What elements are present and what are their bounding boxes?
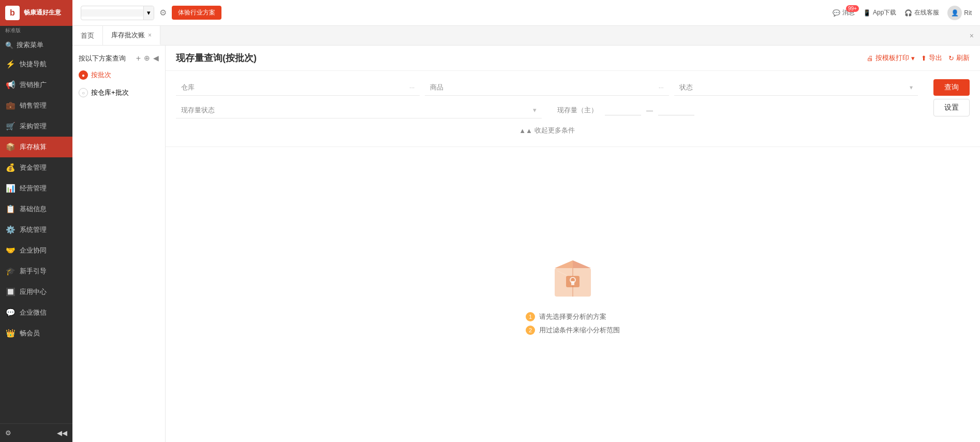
empty-svg [542, 250, 604, 302]
topbar-search-input[interactable] [81, 9, 143, 17]
header-actions: 🖨 按模板打印 ▾ ⬆ 导出 ↻ 刷新 [867, 53, 970, 63]
plan-inactive-icon: ○ [79, 88, 88, 97]
right-panel: 现存量查询(按批次) 🖨 按模板打印 ▾ ⬆ 导出 ↻ 刷新 [166, 46, 980, 442]
messages-badge: 99+ [846, 5, 859, 12]
message-icon: 💬 [833, 9, 840, 17]
tab-inventory-batch[interactable]: 库存批次账 × [103, 26, 160, 45]
settings-icon[interactable]: ⚙ [5, 429, 11, 437]
svg-marker-2 [573, 260, 591, 268]
product-dots-btn[interactable]: ··· [659, 84, 664, 91]
sidebar-nav: ⚡ 快捷导航 📢 营销推广 💼 销售管理 🛒 采购管理 📦 库存核算 💰 资金管… [0, 54, 72, 423]
status-label: 状态 [679, 83, 693, 92]
empty-steps: 1 请先选择要分析的方案 2 用过滤条件来缩小分析范围 [526, 312, 620, 339]
query-btn-wrapper: 查询 设置 [923, 71, 980, 125]
empty-step-2: 2 用过滤条件来缩小分析范围 [526, 326, 620, 335]
topbar-gear-icon[interactable]: ⚙ [159, 8, 167, 18]
warehouse-dots-btn[interactable]: ··· [409, 84, 414, 91]
inventory-status-arrow[interactable]: ▾ [533, 106, 537, 114]
printer-icon: 🖨 [867, 54, 873, 62]
system-icon: ⚙️ [5, 225, 16, 235]
plan-item-by-batch[interactable]: ● 按批次 [72, 66, 165, 84]
tab-home[interactable]: 首页 [72, 26, 103, 45]
add-plan-btn[interactable]: + [136, 54, 141, 63]
sidebar-item-basic[interactable]: 📋 基础信息 [0, 199, 72, 219]
export-icon: ⬆ [921, 54, 927, 62]
template-print-btn[interactable]: 🖨 按模板打印 ▾ [867, 53, 915, 63]
member-icon: 👑 [5, 328, 16, 338]
newuser-icon: 🎓 [5, 266, 16, 276]
sidebar-item-appstore[interactable]: 🔲 应用中心 [0, 282, 72, 302]
sidebar-item-sales[interactable]: 💼 销售管理 [0, 95, 72, 116]
topbar-search-box: ▾ [81, 6, 154, 20]
export-btn[interactable]: ⬆ 导出 [921, 53, 942, 63]
svg-rect-6 [571, 281, 574, 285]
empty-illustration [542, 250, 604, 302]
step2-num: 2 [526, 326, 535, 335]
warehouse-field: 仓库 ··· [176, 79, 420, 96]
sidebar-item-enterprise[interactable]: 🤝 企业协同 [0, 240, 72, 261]
tab-close-btn[interactable]: × [148, 32, 152, 39]
sidebar-item-operations[interactable]: 📊 经营管理 [0, 178, 72, 199]
avatar-icon: 👤 [951, 9, 959, 17]
inventory-icon: 📦 [5, 142, 16, 152]
topbar-left: ▾ ⚙ 体验行业方案 [81, 6, 827, 20]
collapse-left-btn[interactable]: ◀ [153, 54, 159, 63]
collapse-icon: ▲▲ [519, 127, 532, 135]
quantity-max-input[interactable] [658, 105, 694, 115]
plan-actions: + ⊕ ◀ [136, 54, 159, 63]
product-field: 商品 ··· [425, 79, 669, 96]
sidebar-item-system[interactable]: ⚙️ 系统管理 [0, 219, 72, 240]
search-icon: 🔍 [5, 41, 13, 49]
step1-num: 1 [526, 312, 535, 321]
status-dropdown-icon[interactable]: ▾ [910, 84, 913, 91]
finance-icon: 💰 [5, 163, 16, 173]
app-download-action[interactable]: 📱 App下载 [863, 8, 896, 17]
sidebar-item-member[interactable]: 👑 畅会员 [0, 323, 72, 344]
purchase-icon: 🛒 [5, 121, 16, 131]
sidebar-item-shortcut[interactable]: ⚡ 快捷导航 [0, 54, 72, 75]
marketing-icon: 📢 [5, 80, 16, 90]
sidebar-search[interactable]: 🔍 搜索菜单 [0, 36, 72, 54]
online-service-action[interactable]: 🎧 在线客服 [904, 8, 939, 17]
left-panel-header: 按以下方案查询 + ⊕ ◀ [72, 51, 165, 66]
left-panel: 按以下方案查询 + ⊕ ◀ ● 按批次 ○ 按仓库+批次 [72, 46, 166, 442]
plan-settings-btn[interactable]: ⊕ [144, 54, 150, 63]
page-header: 现存量查询(按批次) 🖨 按模板打印 ▾ ⬆ 导出 ↻ 刷新 [166, 46, 980, 71]
shortcut-icon: ⚡ [5, 59, 16, 69]
svg-marker-1 [555, 260, 573, 268]
user-profile[interactable]: 👤 Rit [947, 6, 972, 20]
product-label: 商品 [430, 83, 443, 92]
sidebar-item-finance[interactable]: 💰 资金管理 [0, 157, 72, 178]
search-dropdown-btn[interactable]: ▾ [143, 6, 154, 20]
quantity-dash: — [646, 107, 653, 114]
sidebar-item-wechat[interactable]: 💬 企业微信 [0, 302, 72, 323]
settings-btn[interactable]: 设置 [933, 99, 970, 116]
sidebar-item-marketing[interactable]: 📢 营销推广 [0, 75, 72, 95]
status-field: 状态 ▾ [674, 79, 918, 96]
content-area: 按以下方案查询 + ⊕ ◀ ● 按批次 ○ 按仓库+批次 现存量查询(按批次) [72, 46, 980, 442]
warehouse-label: 仓库 [181, 83, 195, 92]
sidebar-item-purchase[interactable]: 🛒 采购管理 [0, 116, 72, 137]
sidebar-bottom: ⚙ ◀◀ [0, 423, 72, 442]
empty-step-1: 1 请先选择要分析的方案 [526, 312, 620, 321]
collapse-sidebar-btn[interactable]: ◀◀ [57, 429, 67, 437]
main-content: ▾ ⚙ 体验行业方案 💬 消息 99+ 📱 App下载 🎧 在线客服 [72, 0, 980, 442]
tab-close-right-btn[interactable]: × [963, 26, 980, 45]
sidebar: b 畅康通好生意 标准版 🔍 搜索菜单 ⚡ 快捷导航 📢 营销推广 💼 销售管理… [0, 0, 72, 442]
sidebar-item-newuser[interactable]: 🎓 新手引导 [0, 261, 72, 282]
inventory-status-label: 现存量状态 [181, 106, 215, 115]
quantity-min-input[interactable] [605, 105, 641, 115]
sidebar-item-inventory[interactable]: 📦 库存核算 [0, 137, 72, 157]
experience-btn[interactable]: 体验行业方案 [172, 6, 221, 20]
filter-row-1: 仓库 ··· 商品 ··· 状态 ▾ [176, 79, 918, 96]
refresh-btn[interactable]: ↻ 刷新 [948, 53, 970, 63]
query-btn[interactable]: 查询 [933, 79, 970, 96]
headset-icon: 🎧 [904, 9, 912, 17]
collapse-more-btn[interactable]: ▲▲ 收起更多条件 [176, 123, 918, 138]
brand-text: 畅康通好生意 [24, 9, 61, 17]
inventory-status-field: 现存量状态 ▾ [176, 102, 542, 119]
messages-action[interactable]: 💬 消息 99+ [833, 8, 855, 17]
plan-item-by-warehouse-batch[interactable]: ○ 按仓库+批次 [72, 84, 165, 101]
sidebar-header: b 畅康通好生意 [0, 0, 72, 26]
enterprise-icon: 🤝 [5, 245, 16, 256]
